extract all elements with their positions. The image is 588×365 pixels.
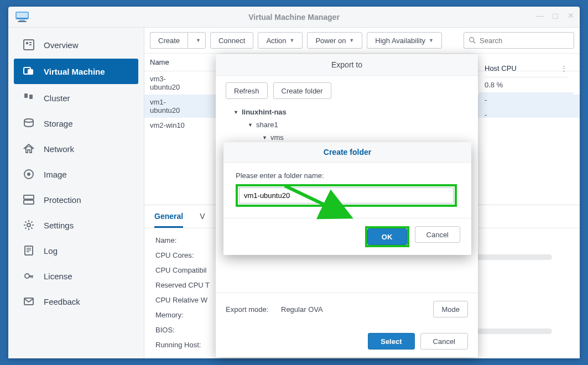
sidebar-item-label: Log [44,246,58,255]
titlebar: Virtual Machine Manager — ◻ ✕ [8,7,580,28]
svg-rect-1 [17,13,28,18]
svg-rect-12 [29,95,33,99]
svg-rect-11 [24,93,28,98]
svg-point-15 [27,173,30,176]
network-icon [23,143,35,155]
protection-icon [23,194,35,206]
export-modal-title: Export to [216,54,478,76]
sidebar-item-network[interactable]: Network [8,136,144,161]
cell-host-cpu: - [479,92,573,107]
sidebar-item-protection[interactable]: Protection [8,187,144,212]
refresh-button[interactable]: Refresh [226,82,268,99]
select-button[interactable]: Select [368,333,414,350]
svg-line-26 [473,41,476,44]
sidebar-item-settings[interactable]: Settings [8,212,144,238]
svg-rect-6 [26,42,28,44]
action-button[interactable]: Action▼ [258,32,303,49]
sidebar-item-label: Overview [44,40,79,50]
chevron-down-icon: ▼ [290,38,295,43]
virtual-machine-icon [23,65,35,77]
svg-point-23 [25,274,29,278]
svg-point-13 [24,119,33,122]
chevron-down-icon: ▼ [349,38,354,43]
maximize-button[interactable]: ◻ [551,11,560,20]
export-mode-value: Regular OVA [281,305,323,314]
svg-rect-10 [28,69,33,75]
sidebar-item-label: Network [44,144,74,154]
create-folder-title: Create folder [223,142,471,163]
chevron-down-icon: ▼ [248,122,253,128]
sidebar: Overview Virtual Machine Cluster Storage… [8,28,144,358]
toolbar: Create ▼ Connect Action▼ Power on▼ High … [144,28,580,54]
sidebar-item-label: Virtual Machine [44,67,105,76]
create-dropdown[interactable]: ▼ [188,32,206,49]
tree-node-root[interactable]: ▼linuxhint-nas [226,106,468,118]
svg-rect-16 [24,195,34,199]
sidebar-item-storage[interactable]: Storage [8,111,144,136]
sidebar-item-overview[interactable]: Overview [8,32,144,58]
export-mode-label: Export mode: [226,305,281,314]
svg-rect-2 [17,18,28,19]
column-menu-icon[interactable]: ⋮ [560,64,568,72]
high-availability-button[interactable]: High Availability▼ [367,32,442,49]
cancel-button[interactable]: Cancel [420,333,468,350]
svg-rect-3 [19,20,25,21]
power-button[interactable]: Power on▼ [307,32,362,49]
feedback-icon [23,295,35,307]
mode-button[interactable]: Mode [433,301,468,317]
folder-name-input[interactable] [239,187,454,204]
connect-button[interactable]: Connect [210,32,253,49]
sidebar-item-log[interactable]: Log [8,238,144,263]
folder-name-highlight [236,184,457,207]
svg-rect-7 [29,42,32,43]
sidebar-item-cluster[interactable]: Cluster [8,85,144,111]
svg-rect-4 [18,21,27,22]
cancel-button[interactable]: Cancel [415,226,460,243]
image-icon [23,168,35,180]
svg-rect-8 [29,44,32,45]
create-folder-button[interactable]: Create folder [273,82,331,99]
settings-icon [23,219,35,231]
sidebar-item-label: Feedback [44,297,80,306]
sidebar-item-image[interactable]: Image [8,161,144,187]
svg-rect-17 [24,200,34,204]
host-cpu-column: Host CPU⋮ 0.8 % - - [485,60,568,122]
app-icon [15,10,29,23]
tab-general[interactable]: General [154,212,183,228]
tree-node-share[interactable]: ▼share1 [226,118,468,131]
log-icon [23,244,35,257]
sidebar-item-feedback[interactable]: Feedback [8,289,144,314]
create-folder-modal: Create folder Please enter a folder name… [223,142,471,255]
sidebar-item-label: License [44,272,72,281]
chevron-down-icon: ▼ [429,38,434,43]
column-name[interactable]: Name [144,54,200,71]
sidebar-item-label: Protection [44,195,81,205]
license-icon [23,270,35,282]
sidebar-item-license[interactable]: License [8,263,144,289]
svg-point-18 [27,223,30,227]
chevron-down-icon: ▼ [262,135,267,140]
sidebar-item-virtual-machine[interactable]: Virtual Machine [14,59,138,84]
search-icon [469,36,476,44]
cell-host-cpu: - [485,107,568,122]
create-button[interactable]: Create [150,32,188,49]
cluster-icon [23,92,35,104]
storage-icon [23,117,35,129]
minimize-button[interactable]: — [535,11,544,20]
window-controls: — ◻ ✕ [535,11,575,20]
search-input[interactable] [480,36,573,45]
sidebar-item-label: Cluster [44,93,70,103]
sidebar-item-label: Image [44,170,67,179]
close-button[interactable]: ✕ [566,11,575,20]
overview-icon [23,39,35,51]
svg-rect-5 [24,40,34,50]
column-host-cpu[interactable]: Host CPU [485,64,517,72]
tab-other[interactable]: V [200,212,205,228]
cell-host-cpu: 0.8 % [485,77,568,92]
ok-button[interactable]: OK [367,228,407,245]
ok-highlight: OK [365,226,409,247]
search-box[interactable] [464,32,574,49]
chevron-down-icon: ▼ [196,38,201,43]
chevron-down-icon: ▼ [233,109,238,115]
sidebar-item-label: Settings [44,221,74,230]
